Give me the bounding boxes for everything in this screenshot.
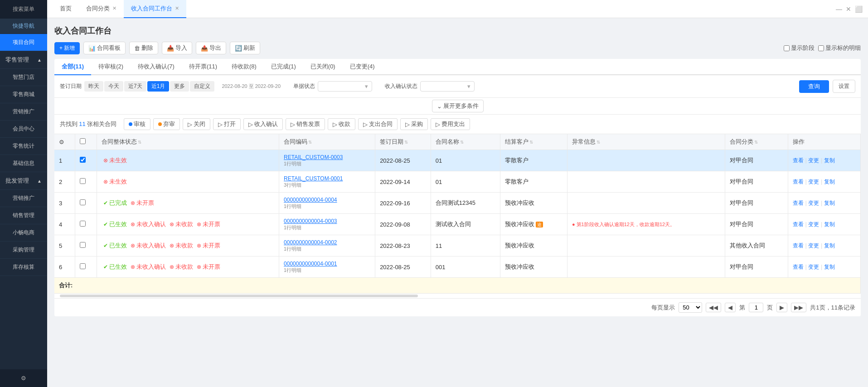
tab-contracttype[interactable]: 合同分类✕: [79, 0, 124, 18]
op-btn-查看-5[interactable]: 查看: [793, 242, 804, 249]
delete-button[interactable]: 🗑 删除: [129, 42, 158, 54]
th-contract_code[interactable]: 合同编码⇅: [279, 134, 375, 150]
op-btn-复制-6[interactable]: 复制: [824, 264, 835, 270]
sidebar-item-wholesale[interactable]: 批发管理▲: [0, 172, 47, 190]
op-btn-复制-3[interactable]: 复制: [824, 200, 835, 206]
action-btn-collect[interactable]: ▷收款: [328, 118, 355, 130]
th-contract_name[interactable]: 合同名称⇅: [431, 134, 500, 150]
date-option-今天[interactable]: 今天: [104, 81, 123, 92]
row-checkbox-1[interactable]: [80, 157, 86, 163]
settings-col-icon[interactable]: ⚙: [59, 139, 64, 145]
income-confirm-select[interactable]: ▾: [420, 81, 475, 92]
op-btn-查看-3[interactable]: 查看: [793, 200, 804, 206]
th-sign_date[interactable]: 签订日期⇅: [375, 134, 431, 150]
op-btn-变更-4[interactable]: 变更: [808, 221, 819, 227]
row-checkbox-4[interactable]: [80, 221, 86, 227]
op-btn-查看-1[interactable]: 查看: [793, 157, 804, 164]
doc-status-select[interactable]: ▾: [318, 81, 372, 92]
date-option-昨天[interactable]: 昨天: [84, 81, 103, 92]
page-size-select[interactable]: 50 10 20 100: [679, 302, 702, 313]
show-detail-checkbox[interactable]: [818, 45, 824, 51]
op-btn-变更-1[interactable]: 变更: [808, 157, 819, 164]
row-checkbox-5[interactable]: [80, 242, 86, 248]
sidebar-item-purchase[interactable]: 采购管理: [0, 242, 47, 259]
window-minimize-icon[interactable]: —: [836, 5, 842, 13]
op-btn-查看-6[interactable]: 查看: [793, 264, 804, 270]
contract-code-link[interactable]: 0000000000004-0002: [284, 239, 337, 246]
filter-tab-closed[interactable]: 已关闭(0): [303, 59, 343, 75]
sidebar-item-retail[interactable]: 零售管理▲: [0, 51, 47, 69]
export-button[interactable]: 📤 导出: [196, 42, 226, 54]
show-phase-checkbox-label[interactable]: 显示阶段: [784, 44, 815, 52]
table-scroll-container[interactable]: ⚙合同整体状态⇅合同编码⇅签订日期⇅合同名称⇅结算客户⇅异常信息⇅合同分类⇅操作…: [54, 134, 861, 294]
sort-icon-contract_type[interactable]: ⇅: [754, 140, 758, 145]
th-abnormal[interactable]: 异常信息⇅: [567, 134, 725, 150]
th-contract_type[interactable]: 合同分类⇅: [725, 134, 788, 150]
prev-page-button[interactable]: ◀: [725, 303, 736, 312]
action-btn-purchase[interactable]: ▷采购: [400, 118, 428, 130]
sidebar-item-sales[interactable]: 销售管理: [0, 207, 47, 224]
action-btn-close[interactable]: ▷关闭: [183, 118, 210, 130]
contract-code-link[interactable]: 0000000000004-0004: [284, 197, 337, 203]
sort-icon-abnormal[interactable]: ⇅: [596, 140, 600, 145]
import-button[interactable]: 📥 导入: [162, 42, 192, 54]
sort-icon-contract_name[interactable]: ⇅: [460, 140, 464, 145]
op-btn-复制-4[interactable]: 复制: [824, 221, 835, 227]
filter-tab-review[interactable]: 待审核(2): [91, 59, 131, 75]
sidebar-item-ecommerce[interactable]: 零售商城: [0, 86, 47, 103]
op-btn-查看-2[interactable]: 查看: [793, 179, 804, 185]
expand-conditions-button[interactable]: ⌄ 展开更多条件: [432, 100, 484, 112]
tab-home[interactable]: 首页: [53, 0, 79, 18]
horizontal-scrollbar[interactable]: [60, 295, 418, 297]
sidebar-item-smartstore[interactable]: 智慧门店: [0, 69, 47, 86]
op-btn-变更-2[interactable]: 变更: [808, 179, 819, 185]
action-btn-expense[interactable]: ▷费用支出: [431, 118, 470, 130]
action-btn-print[interactable]: ▷打开: [213, 118, 241, 130]
table-row[interactable]: 1⊗未生效RETAIL_CUSTOM-00031行明细2022-08-2501零…: [54, 150, 861, 171]
window-maximize-icon[interactable]: ⬜: [855, 5, 863, 13]
action-btn-income_confirm[interactable]: ▷收入确认: [243, 118, 283, 130]
date-option-更多[interactable]: 更多: [170, 81, 189, 92]
op-btn-复制-5[interactable]: 复制: [824, 242, 835, 249]
sidebar-item-mktpromo[interactable]: 营销推广: [0, 190, 47, 207]
new-button[interactable]: + 新增: [54, 42, 80, 54]
window-close-icon[interactable]: ✕: [846, 5, 851, 13]
row-checkbox-6[interactable]: [80, 263, 86, 269]
filter-tab-all[interactable]: 全部(11): [54, 59, 91, 75]
date-option-近7天[interactable]: 近7天: [124, 81, 146, 92]
current-page-input[interactable]: [749, 303, 763, 312]
sidebar-item-stats[interactable]: 零售统计: [0, 138, 47, 155]
show-phase-checkbox[interactable]: [784, 45, 790, 51]
th-overall_status[interactable]: 合同整体状态⇅: [97, 134, 279, 150]
set-button[interactable]: 设置: [833, 80, 855, 93]
filter-tab-changed[interactable]: 已变更(4): [343, 59, 382, 75]
action-btn-out_contract[interactable]: ▷支出合同: [358, 118, 398, 130]
first-page-button[interactable]: ◀◀: [706, 303, 721, 312]
sidebar-item-marketing[interactable]: 营销推广: [0, 103, 47, 121]
filter-tab-confirm_income[interactable]: 待收入确认(7): [131, 59, 182, 75]
date-option-近1月[interactable]: 近1月: [147, 81, 170, 92]
contract-code-link[interactable]: RETAIL_CUSTOM-0001: [284, 175, 343, 182]
contract-code-link[interactable]: 0000000000004-0001: [284, 261, 337, 267]
refresh-button[interactable]: 🔄 刷新: [230, 42, 260, 54]
op-btn-复制-1[interactable]: 复制: [824, 157, 835, 164]
last-page-button[interactable]: ▶▶: [791, 303, 806, 312]
filter-tab-invoice[interactable]: 待开票(11): [182, 59, 224, 75]
th-customer[interactable]: 结算客户⇅: [500, 134, 567, 150]
tab-close-contracttype[interactable]: ✕: [112, 5, 116, 11]
kanban-button[interactable]: 📊 合同看板: [83, 42, 126, 54]
sidebar-nav[interactable]: 快捷导航: [0, 19, 47, 34]
sidebar-search[interactable]: 搜索菜单: [0, 0, 47, 19]
sidebar-item-inventory[interactable]: 库存核算: [0, 259, 47, 276]
sidebar-item-project[interactable]: 项目合同: [0, 34, 47, 51]
sidebar-item-xiaochang[interactable]: 小畅电商: [0, 224, 47, 242]
tab-close-incomecontract[interactable]: ✕: [175, 5, 179, 11]
action-btn-abandon[interactable]: 弃审: [153, 118, 180, 130]
op-btn-变更-6[interactable]: 变更: [808, 264, 819, 270]
filter-tab-collect[interactable]: 待收款(8): [224, 59, 264, 75]
op-btn-变更-5[interactable]: 变更: [808, 242, 819, 249]
sort-icon-customer[interactable]: ⇅: [529, 140, 533, 145]
table-row[interactable]: 6✔已生效⊗未收入确认⊗未收款⊗未开票0000000000004-00011行明…: [54, 256, 861, 278]
table-row[interactable]: 5✔已生效⊗未收入确认⊗未收款⊗未开票0000000000004-00021行明…: [54, 235, 861, 256]
sidebar-item-member[interactable]: 会员中心: [0, 121, 47, 138]
